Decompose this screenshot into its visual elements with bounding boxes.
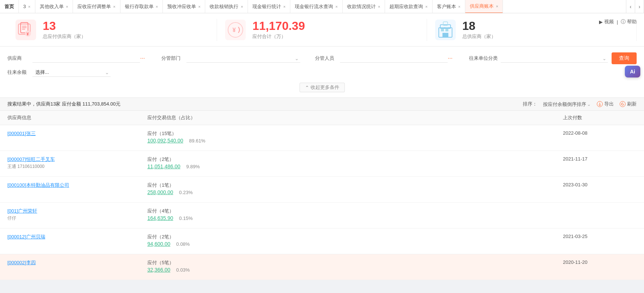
lastpay-3: 2023-01-30: [563, 182, 637, 187]
nav-tab-overdue[interactable]: 超期应收款查询 ×: [385, 0, 432, 13]
close-icon[interactable]: ×: [496, 4, 498, 8]
lastpay-6: 2020-11-20: [563, 259, 637, 265]
trans-amount-4[interactable]: 164,635.90: [147, 215, 173, 221]
supplier-link-3[interactable]: [000100]本特勤油品有限公司: [7, 182, 147, 189]
filter-person-group: 分管人员 ···: [315, 54, 454, 63]
nav-tab-supplier-ledger[interactable]: 供应商账本 ×: [465, 0, 503, 13]
transaction-info-1: 应付（15笔） 100,092,540.00 89.61%: [147, 130, 563, 144]
lastpay-date-6: 2020-11-20: [563, 258, 588, 265]
nav-tab-collect-execute-label: 收款核销执行: [210, 3, 238, 10]
supplier-link-5[interactable]: [000012]广州贝瑞: [7, 234, 147, 240]
nav-tab-bank-deposit[interactable]: 银行存取款单 ×: [120, 0, 163, 13]
sort-select[interactable]: 按应付余额倒序排序: [543, 101, 592, 107]
supplier-sub-2: 王通 17106110000: [7, 163, 147, 170]
close-icon[interactable]: ×: [113, 4, 115, 9]
filter-person-label: 分管人员: [315, 55, 337, 62]
supplier-info-6: [000002]李四: [7, 259, 147, 266]
nav-tab-collect-stat[interactable]: 收款情况统计 ×: [343, 0, 385, 13]
filter-row-2: 往来余额 选择... ⌄: [7, 68, 637, 77]
supplier-sub-4: 仔仔: [7, 215, 147, 221]
filter-category-select-wrap: ⌄: [501, 54, 608, 63]
trans-amount-3[interactable]: 258,000.00: [147, 189, 173, 195]
stats-bar: ¥ 13 总应付供应商（家） ¥ 11,170.39 应付合计（万）: [0, 13, 644, 46]
lastpay-date-1: 2022-08-08: [563, 129, 588, 136]
supplier-info-4: [001]广州荣轩 仔仔: [7, 208, 147, 221]
trans-amount-6[interactable]: 32,366.00: [147, 267, 170, 273]
nav-tab-receivable-adjust[interactable]: 应收应付调整单 ×: [73, 0, 120, 13]
result-bar: 搜索结果中，供应商13家 应付金额 111,703,854.00元 排序： 按应…: [0, 98, 644, 111]
collapse-button[interactable]: ⌃ 收起更多条件: [300, 83, 345, 92]
nav-tab-cash-bank-stat[interactable]: 现金银行统计 ×: [248, 0, 290, 13]
filter-dept-select-wrap: ⌄: [186, 54, 301, 63]
nav-tab-3-label: 3: [23, 4, 26, 9]
video-icon: ▶: [599, 19, 603, 25]
supplier-link-6[interactable]: [000002]李四: [7, 259, 147, 266]
export-button[interactable]: 导出: [597, 101, 614, 107]
supplier-info-5: [000012]广州贝瑞: [7, 234, 147, 240]
refresh-label: 刷新: [627, 101, 637, 107]
close-icon[interactable]: ×: [378, 4, 380, 9]
nav-tab-cash-flow[interactable]: 现金银行流水查询 ×: [290, 0, 342, 13]
result-supplier-count: 搜索结果中，供应商13家: [7, 101, 60, 107]
nav-tab-prepay[interactable]: 预收冲应收单 ×: [163, 0, 205, 13]
lastpay-1: 2022-08-08: [563, 130, 637, 136]
close-icon[interactable]: ×: [198, 4, 200, 9]
close-icon[interactable]: ×: [241, 4, 243, 9]
filter-balance-select[interactable]: 选择...: [32, 68, 111, 77]
trans-pct-5: 0.08%: [176, 241, 190, 247]
table-row: [001]广州荣轩 仔仔 应付（4笔） 164,635.90 0.15%: [0, 203, 644, 228]
stat-payable-suppliers-number: 13: [43, 20, 86, 32]
col-header-transaction: 应付交易信息（占比）: [147, 114, 563, 121]
filter-category-select[interactable]: [501, 54, 608, 63]
trans-pct-4: 0.15%: [179, 216, 193, 221]
supplier-link-1[interactable]: [000001]张三: [7, 130, 147, 137]
close-icon[interactable]: ×: [28, 4, 30, 9]
video-link[interactable]: 视频: [604, 18, 614, 25]
nav-right-arrow[interactable]: ›: [635, 0, 644, 13]
nav-tab-customer-ledger[interactable]: 客户账本 ×: [433, 0, 465, 13]
close-icon[interactable]: ×: [283, 4, 286, 9]
close-icon[interactable]: ×: [425, 4, 427, 9]
nav-tab-collect-stat-label: 收款情况统计: [347, 3, 376, 10]
nav-tab-cash-bank-stat-label: 现金银行统计: [252, 3, 281, 10]
trans-amount-2[interactable]: 11,051,486.00: [147, 163, 181, 169]
transaction-info-4: 应付（4笔） 164,635.90 0.15%: [147, 208, 563, 221]
supplier-link-2[interactable]: [000007]恒旺二手叉车: [7, 156, 147, 163]
transaction-info-5: 应付（2笔） 94,600.00 0.08%: [147, 234, 563, 247]
nav-tab-other-income[interactable]: 其他收入单 ×: [35, 0, 73, 13]
ai-fab-button[interactable]: Ai: [625, 66, 640, 77]
trans-amount-5[interactable]: 94,600.00: [147, 241, 170, 247]
help-link[interactable]: 帮助: [627, 18, 637, 25]
nav-tab-collect-execute[interactable]: 收款核销执行 ×: [205, 0, 248, 13]
collapse-bar: ⌃ 收起更多条件: [7, 80, 637, 94]
trans-pct-1: 89.61%: [189, 138, 205, 144]
filter-dept-select[interactable]: [186, 54, 301, 63]
svg-rect-15: [442, 33, 448, 37]
nav-tab-3[interactable]: 3 ×: [19, 0, 35, 13]
filter-category-group: 往来单位分类 ⌄: [469, 54, 608, 63]
refresh-button[interactable]: 刷新: [620, 101, 637, 107]
filter-supplier-input[interactable]: [32, 54, 140, 63]
supplier-link-4[interactable]: [001]广州荣轩: [7, 208, 147, 214]
nav-tab-supplier-ledger-label: 供应商账本: [470, 3, 494, 10]
close-icon[interactable]: ×: [66, 4, 68, 9]
stat-total-suppliers-label: 总供应商（家）: [462, 33, 496, 40]
trans-amount-1[interactable]: 100,092,540.00: [147, 138, 183, 144]
supplier-dots-icon[interactable]: ···: [140, 55, 145, 62]
person-dots-icon[interactable]: ···: [448, 55, 452, 62]
lastpay-2: 2021-11-17: [563, 156, 637, 162]
close-icon[interactable]: ×: [156, 4, 158, 9]
lastpay-date-5: 2021-03-25: [563, 232, 588, 239]
filter-balance-group: 往来余额 选择... ⌄: [7, 68, 111, 77]
close-icon[interactable]: ×: [335, 4, 337, 9]
trans-label-6: 应付（5笔）: [147, 259, 563, 266]
nav-tab-receivable-adjust-label: 应收应付调整单: [77, 3, 111, 10]
stat-payable-total-label: 应付合计（万）: [252, 33, 305, 40]
query-button[interactable]: 查询: [612, 52, 637, 64]
nav-left-arrow[interactable]: ‹: [626, 0, 635, 13]
filter-person-input[interactable]: [340, 54, 448, 63]
nav-tab-home[interactable]: 首页: [0, 0, 19, 13]
close-icon[interactable]: ×: [458, 4, 461, 9]
trans-label-2: 应付（2笔）: [147, 156, 563, 163]
filter-row-1: 供应商 ··· 分管部门 ⌄ 分管人员 ··· 往来单位分类: [7, 52, 637, 64]
